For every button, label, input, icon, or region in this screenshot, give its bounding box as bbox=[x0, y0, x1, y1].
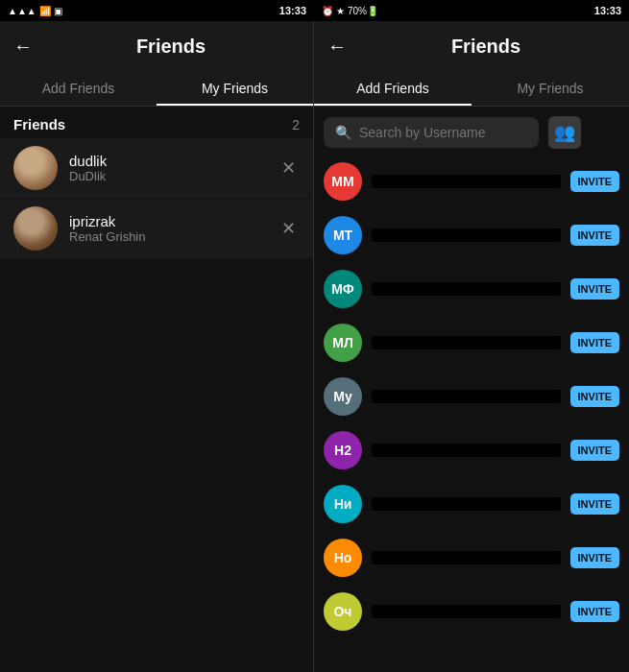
add-friend-by-icon-button[interactable]: 👥 bbox=[548, 116, 581, 149]
friends-label: Friends bbox=[13, 116, 65, 132]
add-person-icon: 👥 bbox=[554, 122, 575, 143]
left-tabs: Add Friends My Friends bbox=[0, 71, 313, 107]
contact-avatar-2: МФ bbox=[324, 270, 362, 308]
time-left: 13:33 bbox=[279, 5, 306, 16]
friend-item-iprizrak: iprizrak Renat Grishin ✕ bbox=[0, 199, 313, 258]
wifi-icon: 📶 bbox=[39, 6, 51, 16]
sb-right-time: 13:33 bbox=[594, 5, 621, 16]
invite-button-6[interactable]: INVITE bbox=[570, 493, 619, 515]
contact-avatar-7: Но bbox=[324, 539, 362, 577]
contact-item-8: Оч INVITE bbox=[314, 585, 629, 638]
signal-icon: ▲▲▲ bbox=[8, 6, 36, 16]
alarm-icon: ⏰ bbox=[322, 6, 333, 16]
left-panel-title: Friends bbox=[42, 36, 300, 58]
invite-button-1[interactable]: INVITE bbox=[570, 225, 619, 246]
contact-item-2: МФ INVITE bbox=[314, 262, 629, 316]
contacts-list: ММ INVITE МТ INVITE МФ INVITE bbox=[314, 155, 629, 672]
invite-button-2[interactable]: INVITE bbox=[570, 278, 619, 300]
contact-avatar-1: МТ bbox=[324, 216, 362, 254]
left-panel: ← Friends Add Friends My Friends Friends… bbox=[0, 21, 314, 672]
friend-username-iprizrak: iprizrak bbox=[69, 213, 266, 229]
invite-button-5[interactable]: INVITE bbox=[570, 440, 619, 461]
camera-icon: ▣ bbox=[54, 6, 62, 16]
contact-name-0 bbox=[372, 175, 561, 188]
friend-info-iprizrak: iprizrak Renat Grishin bbox=[69, 213, 266, 244]
friends-count: 2 bbox=[292, 117, 300, 132]
status-bars: ▲▲▲ 📶 ▣ 13:33 ⏰ ★ 70%🔋 13:33 bbox=[0, 0, 629, 21]
remove-friend-dudlik[interactable]: ✕ bbox=[278, 154, 300, 182]
friend-item-dudlik: dudlik DuDlik ✕ bbox=[0, 138, 313, 198]
search-icon: 🔍 bbox=[335, 125, 351, 140]
contact-name-5 bbox=[372, 444, 561, 457]
contact-item-7: Но INVITE bbox=[314, 531, 629, 585]
contact-avatar-8: Оч bbox=[324, 592, 362, 631]
search-input[interactable] bbox=[359, 125, 527, 140]
contact-name-3 bbox=[372, 336, 561, 349]
sb-left-right: 13:33 bbox=[279, 5, 306, 16]
contact-avatar-5: Н2 bbox=[324, 431, 362, 469]
invite-button-3[interactable]: INVITE bbox=[570, 332, 619, 353]
right-tab-add-friends[interactable]: Add Friends bbox=[314, 71, 472, 106]
search-row: 🔍 👥 bbox=[314, 107, 629, 155]
contact-name-8 bbox=[372, 605, 561, 618]
contact-avatar-3: МЛ bbox=[324, 324, 362, 362]
invite-button-7[interactable]: INVITE bbox=[570, 547, 619, 568]
bluetooth-icon: ★ bbox=[336, 6, 345, 16]
right-panel: ← Friends Add Friends My Friends 🔍 👥 bbox=[314, 21, 629, 672]
left-panel-header: ← Friends bbox=[0, 21, 313, 71]
contact-avatar-6: Ни bbox=[324, 485, 362, 523]
status-bar-left: ▲▲▲ 📶 ▣ 13:33 bbox=[0, 0, 314, 21]
main-panels: ← Friends Add Friends My Friends Friends… bbox=[0, 21, 629, 672]
friends-list: dudlik DuDlik ✕ iprizrak Renat Grishin ✕ bbox=[0, 138, 313, 259]
contact-item-0: ММ INVITE bbox=[314, 155, 629, 208]
contact-avatar-0: ММ bbox=[324, 162, 362, 201]
contact-item-4: Му INVITE bbox=[314, 370, 629, 423]
contact-name-7 bbox=[372, 551, 561, 564]
time-right: 13:33 bbox=[594, 5, 621, 16]
left-tab-my-friends[interactable]: My Friends bbox=[157, 71, 313, 106]
contact-item-1: МТ INVITE bbox=[314, 208, 629, 262]
battery-label: 70%🔋 bbox=[348, 6, 378, 16]
friend-info-dudlik: dudlik DuDlik bbox=[69, 153, 266, 183]
contact-avatar-4: Му bbox=[324, 377, 362, 416]
contact-item-5: Н2 INVITE bbox=[314, 423, 629, 477]
contact-name-2 bbox=[372, 282, 561, 296]
left-back-button[interactable]: ← bbox=[13, 36, 33, 58]
right-tab-my-friends[interactable]: My Friends bbox=[472, 71, 629, 106]
sb-right-icons: ⏰ ★ 70%🔋 bbox=[322, 6, 378, 16]
left-tab-add-friends[interactable]: Add Friends bbox=[0, 71, 157, 106]
search-bar: 🔍 bbox=[324, 117, 539, 148]
invite-button-0[interactable]: INVITE bbox=[570, 171, 619, 192]
friends-section-header: Friends 2 bbox=[0, 107, 313, 138]
contact-name-6 bbox=[372, 497, 561, 511]
status-bar-right: ⏰ ★ 70%🔋 13:33 bbox=[314, 0, 629, 21]
right-panel-title: Friends bbox=[356, 36, 616, 58]
right-tabs: Add Friends My Friends bbox=[314, 71, 629, 107]
friend-displayname-dudlik: DuDlik bbox=[69, 169, 266, 183]
right-panel-header: ← Friends bbox=[314, 21, 629, 71]
sb-left-icons: ▲▲▲ 📶 ▣ bbox=[8, 6, 62, 16]
invite-button-8[interactable]: INVITE bbox=[570, 601, 619, 622]
contact-name-1 bbox=[372, 228, 561, 242]
right-back-button[interactable]: ← bbox=[327, 36, 347, 58]
avatar-iprizrak bbox=[13, 206, 58, 251]
avatar-dudlik bbox=[13, 146, 58, 190]
friend-displayname-iprizrak: Renat Grishin bbox=[69, 229, 266, 244]
contact-item-3: МЛ INVITE bbox=[314, 316, 629, 370]
friend-username-dudlik: dudlik bbox=[69, 153, 266, 169]
contact-name-4 bbox=[372, 390, 561, 403]
invite-button-4[interactable]: INVITE bbox=[570, 386, 619, 407]
remove-friend-iprizrak[interactable]: ✕ bbox=[278, 214, 300, 243]
contact-item-6: Ни INVITE bbox=[314, 477, 629, 531]
